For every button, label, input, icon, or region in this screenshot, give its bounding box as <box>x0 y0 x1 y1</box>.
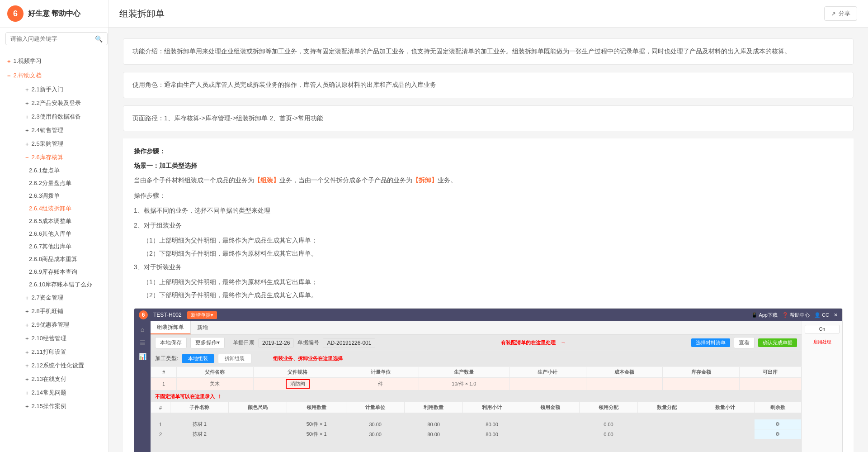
close-icon[interactable]: ✕ <box>834 312 838 318</box>
sidebar-item-custom[interactable]: + 2.12系统个性化设置 <box>14 359 108 372</box>
sidebar-item-stocktake2[interactable]: 2.6.2分量盘点单 <box>22 177 108 190</box>
select-bom-btn[interactable]: 选择对料清单 <box>691 338 730 347</box>
annotation-5: 不固定清单可以在这里录入 <box>155 394 215 399</box>
table-row <box>151 413 802 419</box>
path-text: 页面路径：1、库存核算->库存管理->组装拆卸单 2、首页->常用功能 <box>132 113 844 124</box>
toggle-label: On <box>819 327 825 332</box>
sidebar-item-label: 1.视频学习 <box>14 57 42 65</box>
path-block: 页面路径：1、库存核算->库存管理->组装拆卸单 2、首页->常用功能 <box>123 105 854 132</box>
sidebar-item-ops[interactable]: + 2.10经营管理 <box>14 332 108 345</box>
page-title: 组装拆卸单 <box>119 8 165 20</box>
expand-icon: + <box>25 376 29 383</box>
sidebar-item-print[interactable]: + 2.11打印设置 <box>14 345 108 359</box>
app-sidebar: ⌂ ☰ 📊 <box>134 321 151 452</box>
collapse-icon: − <box>25 154 29 161</box>
sidebar-item-cost-adj[interactable]: 2.6.5成本调整单 <box>22 215 108 228</box>
sidebar-item-cases[interactable]: + 2.15操作案例 <box>14 400 108 413</box>
sidebar-item-other-in[interactable]: 2.6.6其他入库单 <box>22 228 108 240</box>
view-btn[interactable]: 查看 <box>734 337 755 348</box>
sidebar-item-mobile[interactable]: + 2.8手机旺铺 <box>14 305 108 318</box>
sidebar-item-transfer[interactable]: 2.6.3调拨单 <box>22 190 108 202</box>
sidebar-item-inventory[interactable]: − 2.6库存核算 <box>14 151 108 164</box>
cell-num: 1 <box>151 378 177 390</box>
app-id: TEST-H002 <box>153 312 182 318</box>
local-assembly-btn[interactable]: 本地组装 <box>182 354 214 363</box>
search-input[interactable] <box>5 32 108 45</box>
step3: 3、对于拆装业务 <box>134 262 843 273</box>
table-row <box>151 450 802 452</box>
col-child-name: 子件名称 <box>170 402 229 413</box>
sidebar-item-other-out[interactable]: 2.6.7其他出库单 <box>22 240 108 253</box>
tab-new[interactable]: 新增 <box>191 322 214 334</box>
col-idx: # <box>151 402 170 413</box>
sidebar-item-ledger-error[interactable]: 2.6.10库存账本错了么办 <box>22 278 108 291</box>
share-button[interactable]: ↗ 分享 <box>824 6 857 21</box>
expand-icon: + <box>25 322 29 328</box>
sidebar-item-ledger[interactable]: 2.6.9库存账本查询 <box>22 266 108 278</box>
expand-icon: + <box>25 100 29 107</box>
col-stock-val: 库存金额 <box>663 367 740 378</box>
child-table-body: 1 拣材 1 50/件 × 1 30.00 80.00 80.00 <box>151 413 802 452</box>
nav-list: + 1.视频学习 − 2.帮助文档 + 2.1新手入门 + 2.2产品安装及登录… <box>0 50 108 452</box>
col-use-amt: 领用金额 <box>521 402 580 413</box>
col-available: 可出库 <box>739 367 801 378</box>
role-block: 使用角色：通常由生产人员或库管人员完成拆装业务的操作，库管人员确认原材料的出库和… <box>123 72 854 98</box>
scene1-block: 场景一：加工类型选择 当由多个子件材料组装成一个成品的业务为【组装】业务，当由一… <box>134 162 843 301</box>
table-row <box>151 445 802 450</box>
expand-icon: + <box>25 141 29 147</box>
cell-avail <box>739 378 801 390</box>
sidebar-item-video[interactable]: + 1.视频学习 <box>0 54 108 68</box>
form-toolbar: 本地保存 更多操作▾ 单据日期 2019-12-26 单据编号 AD-20191… <box>151 335 802 351</box>
expand-icon: + <box>7 58 11 65</box>
number-label: 单据编号 <box>297 339 319 347</box>
sidebar-item-purchase[interactable]: + 2.5采购管理 <box>14 137 108 151</box>
col-unit: 计量单位 <box>342 367 419 378</box>
intro-block: 功能介绍：组装拆卸单用来处理企业组装或拆卸等加工业务，支持有固定装配清单的产品加… <box>123 38 854 65</box>
more-btn[interactable]: 更多操作▾ <box>190 337 225 348</box>
parent-table-header: # 父件名称 父件规格 计量单位 生产数量 生产小计 成本金额 库存金额 <box>151 367 802 378</box>
confirm-btn[interactable]: 确认完成单据 <box>758 338 797 347</box>
sidebar-item-payment[interactable]: + 2.13在线支付 <box>14 372 108 386</box>
disassembly-btn[interactable]: 拆卸组装 <box>218 354 251 363</box>
parent-table: # 父件名称 父件规格 计量单位 生产数量 生产小计 成本金额 库存金额 <box>151 366 802 390</box>
step3-1: （1）上部明细为父件明细，最终作为原材料生成其它出库单； <box>134 276 843 288</box>
col-prod-qty: 生产数量 <box>419 367 509 378</box>
logo: 6 <box>7 5 24 22</box>
role-text: 使用角色：通常由生产人员或库管人员完成拆装业务的操作，库管人员确认原材料的出库和… <box>132 80 844 90</box>
annotation-3: 组装业务、拆卸业务在这里选择 <box>273 355 343 362</box>
sidebar-item-stocktake[interactable]: 2.6.1盘点单 <box>22 164 108 177</box>
new-btn[interactable]: 新增单据▾ <box>187 311 217 319</box>
app-titlebar: 6 TEST-H002 新增单据▾ 📱 App下载 ❓ 帮助中心 👤 CC ✕ <box>134 309 842 321</box>
intro-text: 功能介绍：组装拆卸单用来处理企业组装或拆卸等加工业务，支持有固定装配清单的产品加… <box>132 46 844 57</box>
app-icon: 📱 App下载 <box>751 312 778 319</box>
scene1-desc: 当由多个子件材料组装成一个成品的业务为【组装】业务，当由一个父件拆分成多个子产品… <box>134 175 843 186</box>
tab-assembly[interactable]: 组装拆卸单 <box>151 321 191 334</box>
sidebar-item-faq[interactable]: + 2.14常见问题 <box>14 386 108 400</box>
sidebar-item-install[interactable]: + 2.2产品安装及登录 <box>14 96 108 110</box>
screenshot-wrapper: 6 TEST-H002 新增单据▾ 📱 App下载 ❓ 帮助中心 👤 CC ✕ <box>134 308 843 452</box>
sidebar-item-cost-recalc[interactable]: 2.6.8商品成本重算 <box>22 253 108 266</box>
sidebar-item-sales[interactable]: + 2.4销售管理 <box>14 124 108 137</box>
sidebar-item-label: 2.帮助文档 <box>14 71 42 80</box>
sidebar-item-help[interactable]: − 2.帮助文档 <box>0 68 108 83</box>
sidebar-item-data[interactable]: + 2.3使用前数据准备 <box>14 110 108 124</box>
sidebar-item-coupon[interactable]: + 2.9优惠券管理 <box>14 318 108 332</box>
annotation-1: 有装配清单的在这里处理 → <box>379 339 688 346</box>
sidebar-item-beginner[interactable]: + 2.1新手入门 <box>14 83 108 96</box>
step2: 2、对于组装业务 <box>134 220 843 231</box>
sidebar-item-assembly[interactable]: 2.6.4组装拆卸单 <box>22 202 108 215</box>
ops-title: 操作步骤： <box>134 147 843 156</box>
child-table-header: # 子件名称 颜色尺码 领用数量 计量单位 利用数量 利用小计 领用金额 <box>151 402 802 413</box>
sidebar-item-finance[interactable]: + 2.7资金管理 <box>14 291 108 305</box>
expand-icon: + <box>25 335 29 342</box>
expand-icon: + <box>25 127 29 134</box>
col-qty-sub: 数量小计 <box>696 402 754 413</box>
main-content: 功能介绍：组装拆卸单用来处理企业组装或拆卸等加工业务，支持有固定装配清单的产品加… <box>108 28 868 452</box>
arrow-right: → <box>561 340 566 345</box>
expand-icon: + <box>25 349 29 356</box>
expand-icon: + <box>25 362 29 369</box>
save-draft-btn[interactable]: 本地保存 <box>155 337 187 348</box>
enable-toggle[interactable]: On <box>805 325 840 333</box>
cell-spec: 消防阀 <box>253 378 342 390</box>
expand-icon: + <box>25 114 29 120</box>
